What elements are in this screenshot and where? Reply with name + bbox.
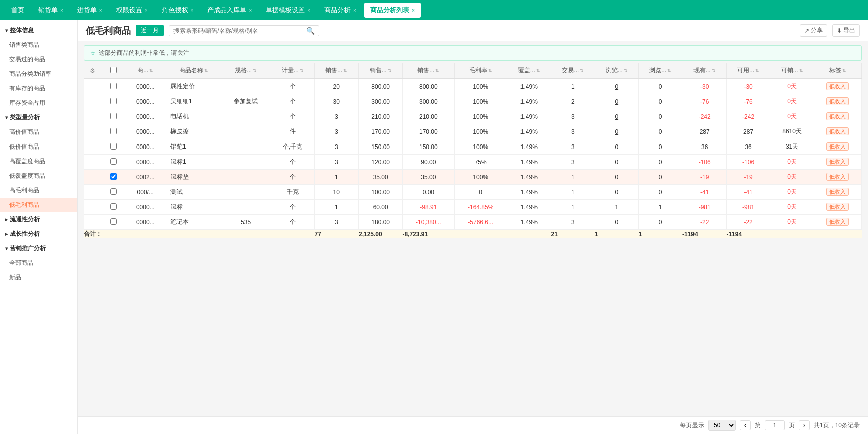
row-browse1[interactable]: 0 [595, 124, 638, 139]
sidebar-group-overall[interactable]: ▾ 整体信息 [0, 23, 77, 38]
row-spec [221, 185, 271, 200]
sidebar-item-sales-goods[interactable]: 销售类商品 [0, 38, 77, 52]
export-button[interactable]: ⬇ 导出 [832, 24, 860, 37]
col-browse1[interactable]: 浏览...⇅ [595, 63, 638, 79]
col-settings[interactable]: ⚙ [84, 63, 102, 79]
close-icon[interactable]: × [60, 8, 63, 13]
close-icon[interactable]: × [99, 8, 102, 13]
total-transaction: 21 [551, 230, 595, 239]
sidebar-item-high-margin[interactable]: 高毛利商品 [0, 183, 77, 198]
row-browse1[interactable]: 0 [595, 170, 638, 185]
row-checkbox[interactable] [110, 203, 117, 210]
sidebar-item-new-goods[interactable]: 新品 [0, 270, 77, 285]
share-button[interactable]: ↗ 分享 [800, 24, 827, 37]
row-transaction: 1 [551, 79, 595, 94]
row-browse1[interactable]: 0 [595, 155, 638, 170]
col-unit[interactable]: 计量...⇅ [271, 63, 314, 79]
col-current[interactable]: 现有...⇅ [682, 63, 726, 79]
search-icon[interactable]: 🔍 [306, 27, 315, 35]
row-available: 287 [726, 124, 770, 139]
sidebar-item-all-goods[interactable]: 全部商品 [0, 256, 77, 270]
col-tag[interactable]: 标签⇅ [814, 63, 861, 79]
row-browse1[interactable]: 0 [595, 79, 638, 94]
row-sale-amount: 0.00 [402, 185, 454, 200]
col-sale-price[interactable]: 销售...⇅ [359, 63, 402, 79]
row-checkbox[interactable] [110, 83, 117, 89]
page-number-input[interactable] [765, 420, 785, 430]
row-code: 0002... [125, 170, 166, 185]
nav-template[interactable]: 单据模板设置 × [260, 3, 316, 18]
row-checkbox[interactable] [110, 128, 117, 134]
nav-roles[interactable]: 角色授权 × [156, 3, 200, 18]
col-checkbox[interactable] [102, 63, 125, 79]
select-all-checkbox[interactable] [110, 67, 117, 73]
close-icon[interactable]: × [191, 8, 194, 13]
col-sellable[interactable]: 可销...⇅ [770, 63, 814, 79]
nav-permissions[interactable]: 权限设置 × [110, 3, 154, 18]
row-sellable: 0天 [770, 215, 814, 230]
sidebar-group-marketing[interactable]: ▾ 营销推广分析 [0, 241, 77, 256]
row-checkbox[interactable] [110, 113, 117, 119]
sidebar-item-high-value[interactable]: 高价值商品 [0, 125, 77, 139]
col-available[interactable]: 可用...⇅ [726, 63, 770, 79]
next-page-button[interactable]: › [799, 420, 810, 430]
close-icon[interactable]: × [307, 8, 310, 13]
close-icon[interactable]: × [249, 8, 252, 13]
col-transaction[interactable]: 交易...⇅ [551, 63, 595, 79]
row-tag: 低收入 [814, 170, 861, 185]
sidebar-group-type[interactable]: ▾ 类型量分析 [0, 110, 77, 125]
nav-analysis[interactable]: 商品分析 × [318, 3, 362, 18]
nav-analysis-list[interactable]: 商品分析列表 × [364, 3, 421, 18]
row-checkbox[interactable] [110, 218, 117, 225]
sidebar-item-high-coverage[interactable]: 高覆盖度商品 [0, 154, 77, 169]
nav-products-in[interactable]: 产成品入库单 × [201, 3, 258, 18]
sidebar-item-category-rate[interactable]: 商品分类助销率 [0, 67, 77, 81]
sidebar-item-low-coverage[interactable]: 低覆盖度商品 [0, 169, 77, 183]
close-icon[interactable]: × [353, 8, 356, 13]
date-filter-button[interactable]: 近一月 [136, 25, 164, 36]
sidebar-group-growth[interactable]: ▸ 成长性分析 [0, 227, 77, 241]
col-name[interactable]: 商品名称⇅ [166, 63, 221, 79]
row-browse1[interactable]: 0 [595, 215, 638, 230]
per-page-select[interactable]: 50 100 200 [708, 420, 736, 431]
row-browse1[interactable]: 0 [595, 94, 638, 109]
sidebar-item-low-value[interactable]: 低价值商品 [0, 139, 77, 154]
sidebar-group-flow[interactable]: ▸ 流通性分析 [0, 212, 77, 227]
prev-page-button[interactable]: ‹ [740, 420, 751, 430]
col-sale-amount[interactable]: 销售...⇅ [402, 63, 454, 79]
row-checkbox[interactable] [110, 98, 117, 104]
sidebar-item-stock-capital[interactable]: 库存资金占用 [0, 96, 77, 110]
close-icon[interactable]: × [145, 8, 148, 13]
col-code[interactable]: 商...⇅ [125, 63, 166, 79]
row-unit: 个 [271, 94, 314, 109]
col-sale-qty[interactable]: 销售...⇅ [315, 63, 359, 79]
row-sale-qty: 1 [315, 200, 359, 215]
row-browse1[interactable]: 0 [595, 139, 638, 155]
warning-icon: ☆ [90, 50, 96, 57]
header-actions: ↗ 分享 ⬇ 导出 [800, 24, 860, 37]
sidebar-item-traded-goods[interactable]: 交易过的商品 [0, 52, 77, 67]
col-spec[interactable]: 规格...⇅ [221, 63, 271, 79]
row-browse1[interactable]: 0 [595, 109, 638, 124]
col-coverage[interactable]: 覆盖...⇅ [507, 63, 551, 79]
nav-home[interactable]: 首页 [5, 3, 30, 18]
row-checkbox[interactable] [110, 188, 117, 195]
row-gross-margin: 100% [454, 109, 507, 124]
row-gross-margin: 100% [454, 94, 507, 109]
sidebar-item-low-margin[interactable]: 低毛利商品 [0, 198, 77, 212]
row-checkbox[interactable] [110, 143, 117, 150]
sidebar-item-stock-goods[interactable]: 有库存的商品 [0, 81, 77, 96]
col-gross-margin[interactable]: 毛利率⇅ [454, 63, 507, 79]
search-input[interactable] [173, 27, 306, 34]
row-transaction: 1 [551, 170, 595, 185]
row-checkbox[interactable] [110, 158, 117, 165]
close-icon[interactable]: × [412, 8, 415, 13]
nav-sales[interactable]: 销货单 × [32, 3, 69, 18]
row-browse2: 0 [638, 170, 682, 185]
row-transaction: 3 [551, 109, 595, 124]
row-browse1[interactable]: 0 [595, 185, 638, 200]
row-checkbox[interactable] [110, 173, 117, 180]
col-browse2[interactable]: 浏览...⇅ [638, 63, 682, 79]
nav-purchase[interactable]: 进货单 × [71, 3, 108, 18]
row-browse1[interactable]: 1 [595, 200, 638, 215]
